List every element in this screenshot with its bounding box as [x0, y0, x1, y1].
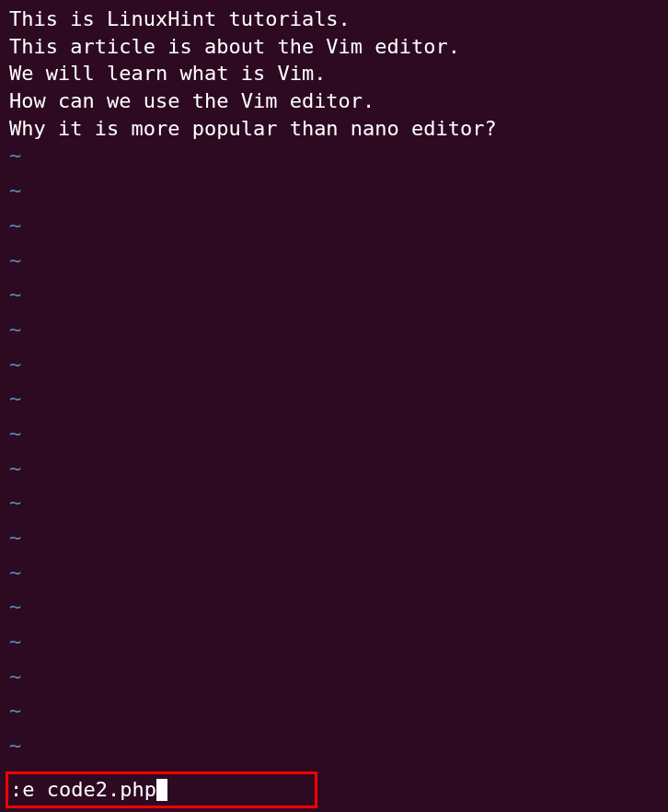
- empty-line-tilde: ~: [9, 455, 659, 482]
- empty-line-tilde: ~: [9, 212, 659, 239]
- empty-lines-region: ~~~~~~~~~~~~~~~~~~: [0, 142, 668, 759]
- empty-line-tilde: ~: [9, 142, 659, 169]
- empty-line-tilde: ~: [9, 351, 659, 378]
- empty-line-tilde: ~: [9, 732, 659, 760]
- empty-line-tilde: ~: [9, 420, 659, 447]
- buffer-line: This is LinuxHint tutorials.: [9, 6, 659, 33]
- empty-line-tilde: ~: [9, 281, 659, 308]
- editor-buffer[interactable]: This is LinuxHint tutorials. This articl…: [0, 0, 668, 142]
- empty-line-tilde: ~: [9, 697, 659, 725]
- buffer-line: We will learn what is Vim.: [9, 60, 659, 87]
- empty-line-tilde: ~: [9, 663, 659, 690]
- empty-line-tilde: ~: [9, 524, 659, 551]
- empty-line-tilde: ~: [9, 385, 659, 412]
- empty-line-tilde: ~: [9, 316, 659, 343]
- buffer-line: How can we use the Vim editor.: [9, 87, 659, 115]
- empty-line-tilde: ~: [9, 628, 659, 655]
- buffer-line: Why it is more popular than nano editor?: [9, 115, 659, 143]
- command-line-input[interactable]: :e code2.php: [10, 778, 156, 801]
- empty-line-tilde: ~: [9, 177, 659, 204]
- buffer-line: This article is about the Vim editor.: [9, 33, 659, 61]
- empty-line-tilde: ~: [9, 593, 659, 621]
- empty-line-tilde: ~: [9, 247, 659, 274]
- empty-line-tilde: ~: [9, 559, 659, 586]
- cursor-icon: [156, 779, 167, 801]
- empty-line-tilde: ~: [9, 489, 659, 516]
- command-line-highlight: :e code2.php: [6, 771, 317, 808]
